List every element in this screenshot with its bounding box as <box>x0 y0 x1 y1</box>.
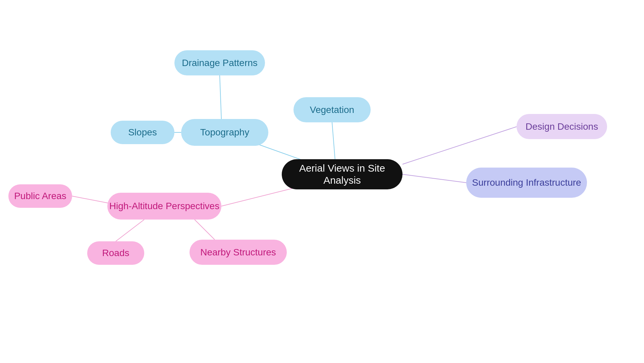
vegetation-node[interactable]: Vegetation <box>293 97 371 122</box>
design-decisions-node-label: Design Decisions <box>526 121 598 132</box>
high-altitude-node-label: High-Altitude Perspectives <box>109 200 219 212</box>
svg-line-1 <box>220 75 221 119</box>
nearby-structures-node-label: Nearby Structures <box>200 247 276 258</box>
surrounding-infrastructure-node[interactable]: Surrounding Infrastructure <box>466 168 587 198</box>
public-areas-node[interactable]: Public Areas <box>8 184 72 208</box>
drainage-node[interactable]: Drainage Patterns <box>174 50 265 75</box>
topography-node[interactable]: Topography <box>181 119 268 146</box>
roads-node[interactable]: Roads <box>87 241 144 265</box>
svg-line-8 <box>116 220 144 241</box>
central-node[interactable]: Aerial Views in Site Analysis <box>282 159 402 189</box>
design-decisions-node[interactable]: Design Decisions <box>517 114 607 139</box>
svg-line-3 <box>332 122 335 164</box>
roads-node-label: Roads <box>102 247 129 259</box>
vegetation-node-label: Vegetation <box>310 104 354 116</box>
nearby-structures-node[interactable]: Nearby Structures <box>190 240 287 265</box>
high-altitude-node[interactable]: High-Altitude Perspectives <box>107 193 221 220</box>
svg-line-5 <box>402 174 466 183</box>
slopes-node-label: Slopes <box>128 127 157 138</box>
svg-line-4 <box>402 127 517 164</box>
public-areas-node-label: Public Areas <box>14 190 66 202</box>
topography-node-label: Topography <box>200 127 249 138</box>
drainage-node-label: Drainage Patterns <box>182 57 258 69</box>
svg-line-9 <box>195 220 215 240</box>
central-node-label: Aerial Views in Site Analysis <box>282 162 402 186</box>
slopes-node[interactable]: Slopes <box>111 121 174 144</box>
svg-line-6 <box>221 186 302 206</box>
surrounding-infrastructure-node-label: Surrounding Infrastructure <box>472 177 581 188</box>
